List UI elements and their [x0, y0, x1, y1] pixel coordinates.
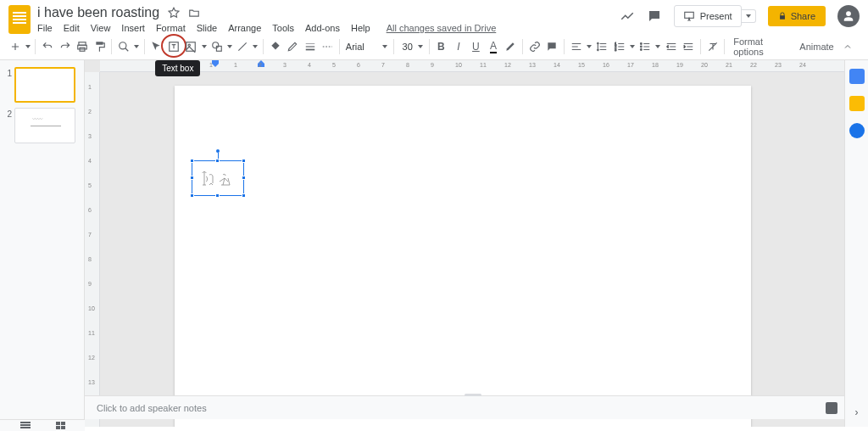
trend-icon[interactable] — [620, 8, 635, 24]
highlight-button[interactable] — [503, 36, 520, 57]
star-icon[interactable] — [168, 7, 180, 19]
explore-button[interactable] — [826, 402, 837, 414]
side-panel-toggle[interactable]: › — [855, 406, 859, 418]
present-icon — [683, 10, 695, 22]
slides-logo[interactable] — [8, 5, 31, 34]
vertical-ruler[interactable]: 1234567891011121314 — [85, 72, 100, 427]
selected-image[interactable] — [192, 160, 244, 196]
resize-handle-tl[interactable] — [190, 159, 194, 163]
document-title[interactable]: i have been roasting — [37, 5, 159, 20]
animate-button[interactable]: Animate — [794, 36, 838, 57]
italic-button[interactable]: I — [450, 36, 467, 57]
menu-insert[interactable]: Insert — [121, 23, 145, 33]
undo-button[interactable] — [39, 36, 56, 57]
menu-bar: File Edit View Insert Format Slide Arran… — [37, 23, 620, 33]
line-dropdown[interactable] — [252, 36, 259, 57]
resize-handle-bl[interactable] — [190, 193, 194, 198]
new-slide-button[interactable] — [7, 36, 24, 57]
slide-number-1: 1 — [3, 69, 12, 78]
redo-button[interactable] — [57, 36, 74, 57]
filmstrip-view-icon[interactable] — [20, 422, 31, 430]
speaker-notes[interactable]: Click to add speaker notes — [85, 395, 844, 419]
decrease-indent-button[interactable] — [663, 36, 680, 57]
paint-format-button[interactable] — [92, 36, 108, 57]
menu-addons[interactable]: Add-ons — [305, 23, 340, 33]
share-button[interactable]: Share — [768, 6, 826, 26]
zoom-dropdown[interactable] — [133, 36, 141, 57]
title-area: i have been roasting File Edit View Inse… — [37, 5, 620, 33]
ruler-marker-left[interactable] — [212, 60, 219, 67]
bulleted-list-button[interactable] — [637, 36, 654, 57]
resize-handle-ml[interactable] — [190, 176, 194, 180]
present-button[interactable]: Present — [674, 5, 742, 27]
menu-edit[interactable]: Edit — [64, 23, 80, 33]
numbered-list-button[interactable]: 123 — [611, 36, 628, 57]
align-dropdown[interactable] — [586, 36, 593, 57]
present-dropdown[interactable] — [742, 9, 756, 23]
clear-formatting-button[interactable] — [704, 36, 721, 57]
bulleted-list-dropdown[interactable] — [654, 36, 662, 57]
border-color-button[interactable] — [284, 36, 301, 57]
svg-rect-9 — [216, 46, 221, 51]
user-avatar[interactable] — [837, 5, 860, 27]
notes-placeholder[interactable]: Click to add speaker notes — [85, 403, 207, 413]
font-selector[interactable]: Arial — [343, 36, 390, 57]
resize-handle-bm[interactable] — [215, 193, 220, 198]
line-spacing-button[interactable] — [593, 36, 610, 57]
zoom-button[interactable] — [115, 36, 132, 57]
image-content — [198, 166, 238, 190]
menu-view[interactable]: View — [91, 23, 111, 33]
menu-file[interactable]: File — [37, 23, 53, 33]
resize-handle-tm[interactable] — [215, 159, 220, 163]
numbered-list-dropdown[interactable] — [629, 36, 637, 57]
resize-handle-br[interactable] — [242, 193, 246, 198]
comment-icon[interactable] — [647, 8, 662, 24]
svg-point-8 — [213, 42, 219, 48]
format-options-button[interactable]: Format options — [728, 36, 793, 57]
image-button[interactable] — [183, 36, 200, 57]
underline-button[interactable]: U — [468, 36, 485, 57]
align-button[interactable] — [568, 36, 585, 57]
fill-color-button[interactable] — [267, 36, 284, 57]
resize-handle-mr[interactable] — [242, 176, 246, 180]
textbox-button[interactable]: Text box — [165, 36, 182, 57]
menu-arrange[interactable]: Arrange — [228, 23, 261, 33]
menu-format[interactable]: Format — [156, 23, 186, 33]
calendar-addon-icon[interactable] — [849, 69, 865, 84]
svg-point-15 — [641, 49, 643, 51]
text-color-button[interactable]: A — [485, 36, 502, 57]
slide-panel: 1 2 ◡◡◡◡ — [0, 60, 85, 427]
notes-resize-grip[interactable] — [465, 394, 481, 396]
select-tool[interactable] — [148, 36, 165, 57]
rotate-handle[interactable] — [216, 149, 220, 153]
tasks-addon-icon[interactable] — [849, 123, 865, 138]
border-dash-button[interactable] — [319, 36, 336, 57]
horizontal-ruler[interactable]: 1112345678910111213141516171819202122232… — [100, 60, 844, 72]
bold-button[interactable]: B — [433, 36, 450, 57]
print-button[interactable] — [74, 36, 91, 57]
slide-canvas[interactable] — [175, 86, 751, 427]
border-weight-button[interactable] — [302, 36, 319, 57]
line-button[interactable] — [234, 36, 251, 57]
menu-slide[interactable]: Slide — [197, 23, 217, 33]
move-folder-icon[interactable] — [188, 7, 200, 19]
menu-help[interactable]: Help — [351, 23, 370, 33]
font-size-selector[interactable]: 30 — [398, 36, 426, 57]
image-dropdown[interactable] — [200, 36, 208, 57]
slide-thumb-1[interactable] — [14, 67, 75, 103]
new-slide-dropdown[interactable] — [25, 36, 32, 57]
slide-thumb-2[interactable]: ◡◡◡◡ — [14, 108, 75, 143]
menu-tools[interactable]: Tools — [272, 23, 294, 33]
link-button[interactable] — [526, 36, 543, 57]
grid-view-icon[interactable] — [56, 422, 65, 429]
shape-dropdown[interactable] — [226, 36, 234, 57]
add-comment-button[interactable] — [544, 36, 561, 57]
resize-handle-tr[interactable] — [242, 159, 246, 163]
keep-addon-icon[interactable] — [849, 96, 865, 111]
shape-button[interactable] — [209, 36, 225, 57]
svg-point-14 — [641, 46, 643, 48]
textbox-tooltip: Text box — [155, 60, 200, 76]
increase-indent-button[interactable] — [680, 36, 697, 57]
collapse-toolbar-button[interactable] — [840, 36, 857, 57]
drive-status[interactable]: All changes saved in Drive — [387, 23, 497, 33]
